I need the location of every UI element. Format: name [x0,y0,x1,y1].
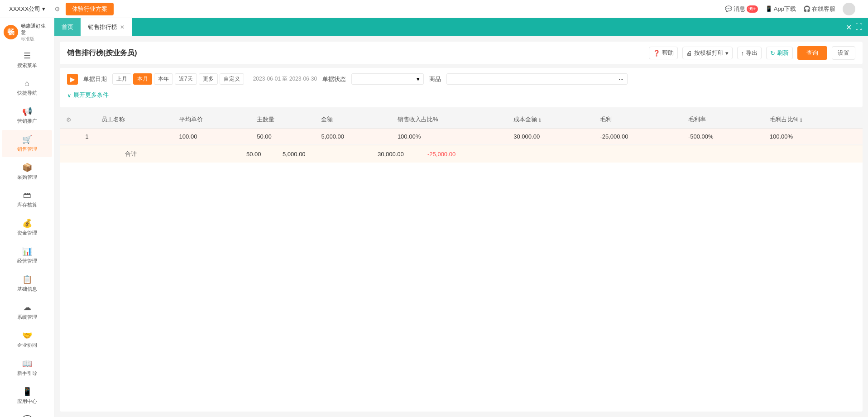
tab-sales-ranking-label: 销售排行榜 [88,23,117,31]
refresh-button[interactable]: ↻ 刷新 [766,47,793,59]
row-profit-cell: -25,000.00 [595,129,683,145]
logo-sub-text: 标准版 [21,36,50,42]
expand-label: 展开更多条件 [73,91,109,99]
tab-maximize-icon[interactable]: ⛶ [855,23,863,31]
col-header-profit-rate: 毛利率 [683,111,764,129]
table-row: 1 100.00 50.00 5,000.00 100.00% 30,000.0… [60,129,863,145]
col-header-main-qty: 主数量 [251,111,316,129]
refresh-icon: ↻ [770,50,775,57]
sidebar-label: 资金管理 [17,230,37,236]
refresh-label: 刷新 [777,49,789,57]
print-chevron-icon: ▾ [725,50,729,57]
help-button[interactable]: ❓ 帮助 [649,47,678,59]
sidebar-item-purchase[interactable]: 📦 采购管理 [2,158,52,185]
sidebar-item-marketing[interactable]: 📢 营销推广 [2,102,52,129]
base-info-icon: 📋 [22,274,32,284]
tab-sales-ranking[interactable]: 销售排行榜 ✕ [81,18,132,36]
date-btn-last-month[interactable]: 上月 [112,73,131,85]
sidebar-label: 基础信息 [17,286,37,292]
message-count-badge: 99+ [747,5,758,13]
date-filter-label: 单据日期 [83,75,107,83]
table-body: 1 100.00 50.00 5,000.00 100.00% 30,000.0… [60,129,863,145]
sidebar-item-inventory[interactable]: 🗃 库存核算 [2,186,52,213]
sidebar-item-operations[interactable]: 📊 经营管理 [2,242,52,269]
content-area: 首页 销售排行榜 ✕ ✕ ⛶ 销售排行榜(按业务员) ❓ 帮助 [54,18,868,417]
enterprise-icon: 🤝 [22,331,32,340]
tab-home-label: 首页 [62,23,73,31]
sidebar-item-wechat[interactable]: 💬 企业微信 [2,410,52,417]
col-settings-icon[interactable]: ⚙ [66,116,72,123]
col-header-profit-pct: 毛利占比% ℹ [764,111,863,129]
date-btn-current-month[interactable]: 本月 [133,73,152,85]
filter-toggle-icon[interactable]: ▶ [67,74,78,85]
profit-pct-help-icon[interactable]: ℹ [800,117,802,123]
print-button[interactable]: 🖨 按模板打印 ▾ [682,47,733,59]
logo-main-text: 畅康通好生意 [21,23,50,36]
date-btn-more[interactable]: 更多 [199,73,218,85]
status-select[interactable]: ▾ [351,73,424,85]
purchase-icon: 📦 [22,163,32,173]
inventory-icon: 🗃 [23,191,31,200]
sidebar-item-search-order[interactable]: ☰ 搜索菜单 [2,46,52,73]
trial-button[interactable]: 体验行业方案 [66,3,114,15]
row-num-cell: 1 [78,129,96,145]
home-icon: ⌂ [24,79,29,88]
sidebar-item-guide[interactable]: 📖 新手引导 [2,354,52,381]
sidebar-label: 采购管理 [17,174,37,181]
headset-icon: 🎧 [803,5,810,12]
tab-close-window-icon[interactable]: ✕ [846,23,852,32]
online-service-label: 在线客服 [812,5,835,13]
sidebar-item-system[interactable]: ☁ 系统管理 [2,298,52,325]
company-selector[interactable]: XXXXX公司 ▾ [5,3,49,15]
tab-close-icon[interactable]: ✕ [120,24,125,30]
settings-icon[interactable]: ⚙ [54,5,60,13]
sales-icon: 🛒 [22,134,32,144]
date-btn-custom[interactable]: 自定义 [220,73,244,85]
chevron-down-icon: ▾ [42,5,45,12]
date-btn-current-year[interactable]: 本年 [154,73,173,85]
col-header-avg-price: 平均单价 [174,111,252,129]
app-download-button[interactable]: 📱 App下载 [765,5,796,13]
footer-label: 合计 [101,150,201,158]
col-header-num [78,111,96,129]
table-header-row: ⚙ 员工名称 平均单价 主数量 全额 销售收入占比% 成本全额 ℹ [60,111,863,129]
settings-button[interactable]: 设置 [832,46,855,60]
sidebar-label: 快捷导航 [17,90,37,96]
col-header-amount: 全额 [316,111,392,129]
row-main-qty-cell: 50.00 [251,129,316,145]
col-header-settings[interactable]: ⚙ [60,111,78,129]
goods-input[interactable]: ··· [446,73,628,85]
date-btn-7days[interactable]: 近7天 [175,73,197,85]
col-header-sales-pct: 销售收入占比% [392,111,508,129]
data-table: ⚙ 员工名称 平均单价 主数量 全额 销售收入占比% 成本全额 ℹ [60,111,863,145]
page-title: 销售排行榜(按业务员) [67,48,137,58]
sidebar-item-quick-nav[interactable]: ⌂ 快捷导航 [2,74,52,101]
online-service-button[interactable]: 🎧 在线客服 [803,5,835,13]
export-icon: ↑ [741,50,744,57]
sidebar-label: 库存核算 [17,201,37,208]
export-button[interactable]: ↑ 导出 [737,47,762,59]
avatar[interactable] [843,3,855,15]
sidebar-logo: 畅 畅康通好生意 标准版 [0,18,54,46]
sidebar-item-finance[interactable]: 💰 资金管理 [2,214,52,241]
row-profit-pct-cell: 100.00% [764,129,863,145]
expand-more-button[interactable]: ∨ 展开更多条件 [67,88,855,102]
top-bar: XXXXX公司 ▾ ⚙ 体验行业方案 💬 消息 99+ 📱 App下载 🎧 在线… [0,0,868,18]
sidebar-item-app-center[interactable]: 📱 应用中心 [2,382,52,409]
row-employee-cell [96,129,174,145]
tab-home[interactable]: 首页 [54,18,81,36]
cost-help-icon[interactable]: ℹ [539,117,541,123]
wechat-icon: 💬 [22,415,32,417]
message-label: 消息 [734,5,745,13]
sidebar-item-base-info[interactable]: 📋 基础信息 [2,270,52,297]
table-footer: 合计 50.00 5,000.00 30,000.00 -25,000.00 [60,145,863,163]
footer-main-qty: 50.00 [246,151,283,158]
query-button[interactable]: 查询 [797,46,827,60]
sidebar-item-enterprise[interactable]: 🤝 企业协同 [2,326,52,353]
footer-cost-amount: 30,000.00 [378,151,427,158]
messages-button[interactable]: 💬 消息 99+ [725,5,758,13]
row-settings-cell [60,129,78,145]
table-container: ⚙ 员工名称 平均单价 主数量 全额 销售收入占比% 成本全额 ℹ [60,111,863,412]
sidebar-item-sales[interactable]: 🛒 销售管理 [2,130,52,157]
phone-icon: 📱 [765,5,772,12]
